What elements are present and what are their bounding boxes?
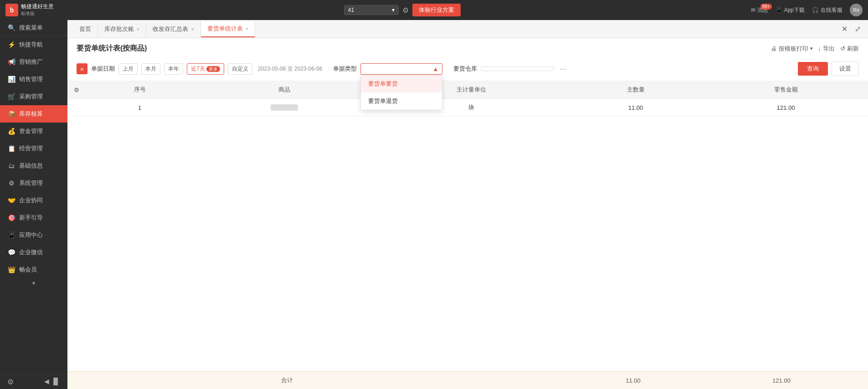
member-icon: 👑: [7, 266, 15, 274]
trial-button[interactable]: 体验行业方案: [412, 4, 461, 16]
tab-close-all-button[interactable]: ✕: [840, 23, 849, 35]
date-btn-7days[interactable]: 近7天 更多: [187, 63, 224, 75]
goods-blurred: [271, 104, 298, 111]
print-button[interactable]: 🖨 按模板打印 ▾: [771, 45, 813, 53]
dropdown-item-order-return[interactable]: 要货单退货: [361, 92, 442, 110]
warehouse-label: 要货仓库: [453, 65, 477, 73]
date-btn-custom[interactable]: 自定义: [228, 63, 252, 75]
purchase-icon: 🛒: [7, 92, 15, 101]
basic-info-icon: 🗂: [7, 162, 15, 170]
header-right: ✉ 消息 99+ 📱 App下载 🎧 在线客服 Rit: [751, 4, 863, 16]
phone-icon: 📱: [776, 7, 782, 13]
content-area: 首页库存批次账 ×收发存汇总表 ×要货单统计表 × ✕ ⤢ 要货单统计表(按商品…: [67, 20, 868, 389]
online-service-action[interactable]: 🎧 在线客服: [812, 6, 842, 14]
sidebar-search-label: 搜索菜单: [19, 24, 43, 32]
header-settings-icon[interactable]: ⚙: [402, 6, 409, 15]
tab-close-order-stats[interactable]: ×: [246, 26, 248, 31]
type-select[interactable]: ▲: [360, 63, 442, 75]
sidebar-item-enterprise[interactable]: 🤝 企业协同: [0, 192, 67, 209]
tab-controls: ✕ ⤢: [840, 23, 863, 35]
sidebar-item-label: 基础信息: [19, 162, 43, 170]
sidebar-item-purchase[interactable]: 🛒 采购管理: [0, 88, 67, 105]
settings-button[interactable]: 设置: [832, 61, 859, 76]
refresh-button[interactable]: ↺ 刷新: [840, 45, 859, 53]
col-settings[interactable]: ⚙: [67, 81, 86, 99]
sidebar-collapse-icon[interactable]: ◀ ▐▌: [44, 378, 60, 386]
date-btn-this-month[interactable]: 本月: [141, 63, 160, 75]
type-dropdown: 要货单要货 要货单退货: [360, 75, 442, 110]
type-label: 单据类型: [333, 65, 357, 73]
sidebar-item-wechat[interactable]: 💬 企业微信: [0, 244, 67, 261]
sidebar-item-label: 应用中心: [19, 231, 43, 239]
sidebar-settings-icon[interactable]: ⚙: [7, 378, 14, 386]
export-button[interactable]: ↓ 导出: [818, 45, 835, 53]
logo-sub: 标准版: [21, 10, 54, 17]
sidebar-item-label: 库存核算: [19, 110, 43, 118]
messages-badge: 99+: [760, 4, 772, 10]
sidebar-item-inventory[interactable]: 📦 库存核算: [0, 105, 67, 123]
sidebar-item-label: 系统管理: [19, 179, 43, 187]
sales-icon: 📊: [7, 75, 15, 83]
tab-receive-summary[interactable]: 收发存汇总表 ×: [146, 21, 200, 37]
user-avatar[interactable]: Rit: [850, 4, 863, 16]
sidebar-items: ⚡ 快捷导航 📢 营销推广 📊 销售管理 🛒 采购管理 📦 库存核算 💰 资金管…: [0, 36, 67, 278]
sidebar-item-label: 营销推广: [19, 58, 43, 66]
chevron-up-icon: ▲: [433, 66, 439, 72]
date-btn-this-year[interactable]: 本年: [164, 63, 183, 75]
more-badge: 更多: [206, 66, 220, 72]
footer-amount: 121.00: [772, 377, 791, 384]
print-label: 按模板打印: [779, 45, 808, 53]
chevron-down-icon: ▾: [810, 46, 813, 51]
sidebar-item-operations[interactable]: 📋 经营管理: [0, 140, 67, 157]
top-header: b 畅捷通好生意 标准版 41 ▾ ⚙ 体验行业方案 ✉ 消息 99+ 📱 Ap…: [0, 0, 868, 20]
table-row: 1 块 11.00 121.00: [67, 99, 868, 117]
sidebar-item-app-center[interactable]: 📱 应用中心: [0, 226, 67, 244]
tab-bar: 首页库存批次账 ×收发存汇总表 ×要货单统计表 × ✕ ⤢: [67, 20, 868, 38]
tab-expand-button[interactable]: ⤢: [853, 23, 863, 35]
sidebar-item-label: 畅会员: [19, 266, 37, 274]
filter-expand-button[interactable]: »: [77, 63, 87, 74]
query-button[interactable]: 查询: [798, 62, 828, 76]
sidebar-item-quick-nav[interactable]: ⚡ 快捷导航: [0, 36, 67, 53]
sidebar-item-guide[interactable]: 🎯 新手引导: [0, 209, 67, 226]
data-table: ⚙ 序号 商品 主计量单位 主数量 零售金额 1: [67, 81, 868, 117]
scroll-down-icon[interactable]: ▼: [31, 280, 36, 287]
date-btn-last-month[interactable]: 上月: [118, 63, 138, 75]
col-goods: 商品: [194, 81, 375, 99]
date-range: 2023-05-06 至 2023-06-06: [258, 65, 322, 73]
dropdown-item-order-purchase[interactable]: 要货单要货: [361, 75, 442, 92]
sidebar-item-member[interactable]: 👑 畅会员: [0, 261, 67, 278]
logo-area: b 畅捷通好生意 标准版: [5, 3, 54, 17]
sidebar-item-search[interactable]: 🔍 搜索菜单: [0, 20, 67, 36]
tabs-container: 首页库存批次账 ×收发存汇总表 ×要货单统计表 ×: [73, 21, 840, 37]
sidebar-item-system[interactable]: ⚙ 系统管理: [0, 174, 67, 192]
tab-order-stats[interactable]: 要货单统计表 ×: [201, 21, 255, 37]
tab-home[interactable]: 首页: [73, 21, 98, 37]
footer-qty: 11.00: [626, 377, 641, 384]
table-footer: 合计11.00121.00: [67, 371, 868, 389]
sidebar-item-sales[interactable]: 📊 销售管理: [0, 71, 67, 88]
footer-label: 合计: [281, 377, 293, 384]
tab-label-home: 首页: [79, 25, 91, 33]
app-download-action[interactable]: 📱 App下载: [776, 6, 805, 14]
tab-inventory-batch[interactable]: 库存批次账 ×: [98, 21, 146, 37]
sidebar-scroll-down[interactable]: ▼: [0, 278, 67, 288]
cell-qty: 11.00: [568, 99, 704, 117]
chevron-down-icon: ▾: [392, 7, 395, 13]
export-label: 导出: [823, 45, 835, 53]
warehouse-select[interactable]: [481, 67, 554, 71]
finance-icon: 💰: [7, 127, 15, 135]
tab-close-inventory-batch[interactable]: ×: [137, 26, 139, 32]
header-center: 41 ▾ ⚙ 体验行业方案: [344, 4, 461, 16]
sidebar-item-marketing[interactable]: 📢 营销推广: [0, 53, 67, 71]
col-amount: 零售金额: [704, 81, 868, 99]
sidebar-item-basic-info[interactable]: 🗂 基础信息: [0, 157, 67, 174]
more-filter-icon[interactable]: ···: [559, 64, 566, 74]
sidebar-item-finance[interactable]: 💰 资金管理: [0, 123, 67, 140]
sidebar-item-label: 快捷导航: [19, 41, 43, 49]
messages-action[interactable]: ✉ 消息 99+: [751, 6, 768, 14]
table-header: ⚙ 序号 商品 主计量单位 主数量 零售金额: [67, 81, 868, 99]
tab-close-receive-summary[interactable]: ×: [191, 26, 194, 32]
app-download-label: App下载: [784, 6, 805, 14]
store-selector[interactable]: 41 ▾: [344, 5, 399, 15]
